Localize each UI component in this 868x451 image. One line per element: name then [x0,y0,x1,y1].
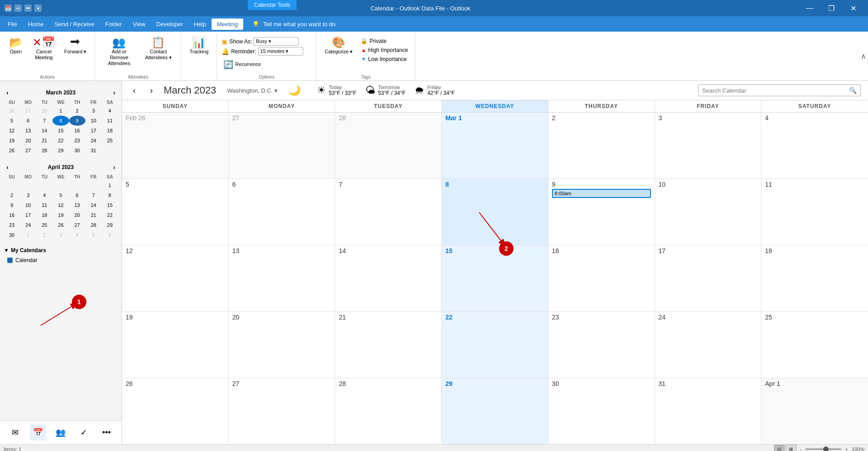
date-cell[interactable]: 6 [69,190,85,200]
menu-help[interactable]: Help [189,19,212,30]
close-button[interactable]: ✕ [843,0,863,16]
date-cell[interactable]: 2 [69,106,85,116]
date-cell[interactable]: 30 [4,230,20,240]
menu-folder[interactable]: Folder [100,19,127,30]
date-cell[interactable]: 9 [4,200,20,210]
open-button[interactable]: 📂 Open [5,35,27,56]
date-cell[interactable]: 20 [69,210,85,220]
cal-cell-mar25[interactable]: 25 [761,312,868,378]
date-cell[interactable]: 30 [69,146,85,155]
search-button[interactable]: 🔍 [849,87,857,94]
menu-view[interactable]: View [127,19,151,30]
date-cell[interactable]: 21 [85,210,102,220]
cal-cell-mar19[interactable]: 19 [122,312,229,378]
zoom-plus-button[interactable]: + [845,446,848,451]
menu-send-receive[interactable]: Send / Receive [49,19,100,30]
cal-cell-mar12[interactable]: 12 [122,245,229,311]
date-cell[interactable]: 11 [36,200,52,210]
date-cell[interactable]: 6 [102,230,118,240]
cal-cell-mar31[interactable]: 31 [655,378,762,444]
date-cell[interactable]: 28 [85,220,102,230]
cal-cell-mar23[interactable]: 23 [548,312,655,378]
calendar-nav-button[interactable]: 📅 [30,424,46,441]
date-cell[interactable]: 18 [36,210,52,220]
show-as-dropdown[interactable]: Busy ▾ [254,37,299,46]
cal-cell-feb28[interactable]: 28 [335,113,442,179]
calendar-checkbox[interactable] [7,258,13,263]
categorize-button[interactable]: 🎨 Categorize ▾ [321,35,356,56]
date-cell[interactable]: 12 [4,126,20,136]
zoom-slider[interactable] [805,448,841,450]
cal-cell-mar30[interactable]: 30 [548,378,655,444]
april-next-month-button[interactable]: › [110,163,118,172]
date-cell[interactable]: 12 [52,200,69,210]
april-prev-month-button[interactable]: ‹ [4,163,11,172]
date-cell[interactable]: 11 [102,116,118,126]
undo-icon[interactable]: ↩ [14,5,22,12]
date-cell[interactable] [102,146,118,155]
contact-attendees-button[interactable]: 📋 ContactAttendees ▾ [140,35,176,62]
date-cell[interactable]: 6 [20,116,36,126]
forward-button[interactable]: ⮕ Forward ▾ [61,35,90,56]
prev-week-button[interactable]: ‹ [129,85,139,96]
cal-cell-feb27[interactable]: 27 [229,113,335,179]
date-cell[interactable]: 28 [36,106,52,116]
more-nav-button[interactable]: ••• [99,424,115,441]
cal-cell-mar29[interactable]: 29 [442,378,548,444]
cal-cell-mar5[interactable]: 5 [122,179,229,245]
date-cell[interactable]: 15 [102,200,118,210]
date-cell[interactable]: 28 [36,146,52,155]
date-cell[interactable]: 19 [4,136,20,146]
date-cell[interactable]: 3 [20,190,36,200]
cal-cell-mar13[interactable]: 13 [229,245,335,311]
location-dropdown[interactable]: Washington, D.C. ▾ [223,86,281,95]
menu-developer[interactable]: Developer [151,19,189,30]
cal-cell-mar27[interactable]: 27 [229,378,335,444]
date-cell[interactable]: 10 [20,200,36,210]
cal-cell-mar9[interactable]: 9 8:00am [548,179,655,245]
cal-cell-mar26[interactable]: 26 [122,378,229,444]
ribbon-collapse-button[interactable]: ∧ [859,32,868,81]
date-cell[interactable]: 2 [36,230,52,240]
date-cell[interactable]: 27 [69,220,85,230]
restore-button[interactable]: ❐ [821,0,842,16]
date-cell[interactable]: 17 [85,126,102,136]
low-importance-tag[interactable]: ▼ Low Importance [358,55,410,63]
date-cell[interactable]: 23 [4,220,20,230]
cal-cell-mar28[interactable]: 28 [335,378,442,444]
date-cell[interactable] [85,180,102,190]
cal-cell-mar24[interactable]: 24 [655,312,762,378]
date-cell[interactable]: 10 [85,116,102,126]
cal-cell-mar18[interactable]: 18 [761,245,868,311]
date-cell[interactable] [20,180,36,190]
date-cell[interactable]: 1 [102,180,118,190]
cal-cell-mar6[interactable]: 6 [229,179,335,245]
add-remove-attendees-button[interactable]: 👥 Add or RemoveAttendees [99,35,138,69]
date-cell[interactable]: 5 [52,190,69,200]
date-cell-selected[interactable]: 8 [52,116,69,126]
date-cell[interactable]: 13 [20,126,36,136]
date-cell[interactable]: 19 [52,210,69,220]
date-cell[interactable]: 26 [4,146,20,155]
date-cell[interactable]: 4 [69,230,85,240]
calendar-item[interactable]: Calendar [4,255,118,265]
date-cell[interactable]: 1 [20,230,36,240]
mail-nav-button[interactable]: ✉ [7,424,23,441]
next-month-button[interactable]: › [110,88,118,97]
date-cell[interactable] [4,180,20,190]
date-cell[interactable]: 17 [20,210,36,220]
date-cell-today[interactable]: 9 [69,116,85,126]
prev-month-button[interactable]: ‹ [4,88,11,97]
date-cell[interactable]: 7 [85,190,102,200]
search-input[interactable] [702,87,849,94]
date-cell[interactable]: 7 [36,116,52,126]
people-nav-button[interactable]: 👥 [52,424,69,441]
customize-icon[interactable]: ▾ [34,5,42,12]
date-cell[interactable]: 31 [85,146,102,155]
cal-cell-mar2[interactable]: 2 [548,113,655,179]
tracking-button[interactable]: 📊 Tracking [186,35,212,56]
date-cell[interactable]: 13 [69,200,85,210]
date-cell[interactable]: 3 [85,106,102,116]
date-cell[interactable]: 21 [36,136,52,146]
view-btn-1[interactable]: ▤ [774,445,785,451]
